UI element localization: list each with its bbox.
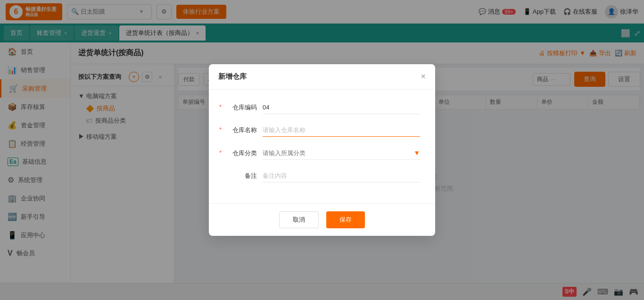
note-input[interactable] [263, 169, 420, 183]
note-label: 备注 [224, 172, 257, 180]
name-label: 仓库名称 [224, 126, 257, 134]
modal-footer: 取消 保存 [209, 203, 435, 236]
modal-header: 新增仓库 × [209, 64, 435, 90]
category-input[interactable] [263, 150, 413, 157]
modal-title: 新增仓库 [218, 72, 247, 81]
modal-body: 仓库编码 仓库名称 仓库分类 ▼ 备注 [209, 90, 435, 203]
save-button[interactable]: 保存 [326, 211, 365, 228]
code-input[interactable] [263, 101, 420, 114]
form-row-code: 仓库编码 [224, 101, 420, 114]
category-select-wrapper[interactable]: ▼ [263, 146, 420, 160]
form-row-name: 仓库名称 [224, 124, 420, 137]
code-label: 仓库编码 [224, 103, 257, 112]
modal-overlay[interactable]: 新增仓库 × 仓库编码 仓库名称 仓库分类 ▼ [0, 0, 644, 300]
category-label: 仓库分类 [224, 149, 257, 158]
cancel-button[interactable]: 取消 [279, 211, 319, 228]
add-warehouse-modal: 新增仓库 × 仓库编码 仓库名称 仓库分类 ▼ [209, 64, 435, 236]
form-row-category: 仓库分类 ▼ [224, 146, 420, 160]
modal-close-button[interactable]: × [421, 72, 426, 82]
name-input[interactable] [263, 124, 420, 137]
category-chevron-icon: ▼ [413, 149, 420, 157]
form-row-note: 备注 [224, 169, 420, 183]
